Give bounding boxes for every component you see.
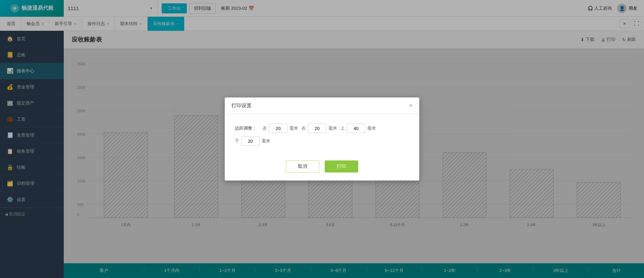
print-dialog: 打印设置 × 边距调整： 左 毫米 右 毫米 上 毫米	[225, 97, 419, 181]
modal-body: 边距调整： 左 毫米 右 毫米 上 毫米 下	[225, 114, 419, 155]
top-margin-group: 上 毫米	[340, 124, 376, 133]
margin-label: 边距调整：	[235, 125, 257, 131]
bottom-unit: 毫米	[262, 138, 270, 144]
modal-close-button[interactable]: ×	[409, 102, 413, 109]
left-margin-group: 左 毫米	[263, 124, 298, 133]
margin-form-row: 边距调整： 左 毫米 右 毫米 上 毫米 下	[235, 124, 409, 146]
modal-header: 打印设置 ×	[225, 97, 419, 114]
left-margin-input[interactable]	[269, 124, 287, 133]
top-unit: 毫米	[367, 125, 376, 131]
top-margin-input[interactable]	[347, 124, 365, 133]
left-label: 左	[263, 125, 267, 131]
right-label: 右	[302, 125, 306, 131]
modal-title: 打印设置	[231, 102, 252, 109]
top-label: 上	[340, 125, 345, 131]
right-unit: 毫米	[328, 125, 337, 131]
right-margin-group: 右 毫米	[302, 124, 337, 133]
bottom-label: 下	[235, 138, 239, 144]
confirm-print-button[interactable]: 打印	[325, 160, 358, 172]
left-unit: 毫米	[289, 125, 298, 131]
bottom-margin-input[interactable]	[241, 136, 260, 146]
right-margin-input[interactable]	[308, 124, 326, 133]
cancel-button[interactable]: 取消	[286, 160, 319, 172]
modal-overlay: 打印设置 × 边距调整： 左 毫米 右 毫米 上 毫米	[0, 0, 644, 278]
modal-footer: 取消 打印	[225, 155, 419, 181]
bottom-margin-group: 下 毫米	[235, 136, 270, 146]
